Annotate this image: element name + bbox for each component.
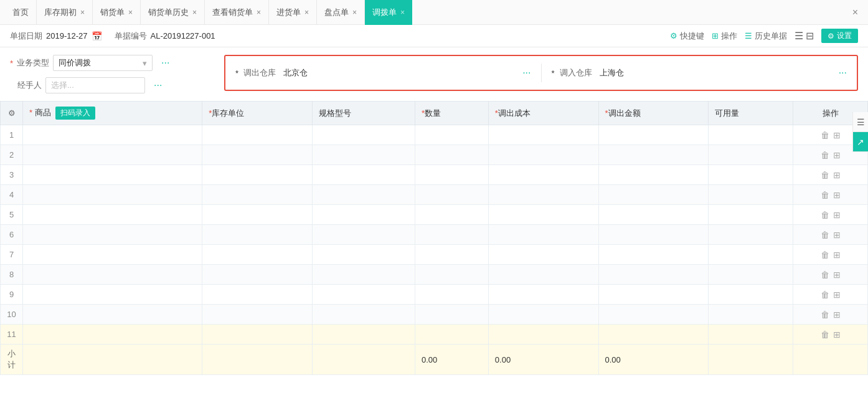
operator-select[interactable]: 选择...	[45, 77, 145, 93]
row-transfer-amount-10[interactable]	[598, 305, 709, 325]
delete-icon-5[interactable]: 🗑	[821, 210, 829, 220]
row-product-8[interactable]	[23, 265, 202, 285]
row-transfer-amount-3[interactable]	[598, 165, 709, 185]
row-spec-9[interactable]	[312, 285, 415, 305]
row-product-9[interactable]	[23, 285, 202, 305]
layout-icon-1[interactable]: ☰	[795, 30, 803, 42]
row-spec-5[interactable]	[312, 205, 415, 225]
row-quantity-9[interactable]	[415, 285, 489, 305]
shortcut-btn[interactable]: ⚙ 快捷键	[670, 31, 704, 42]
layout-icon-2[interactable]: ⊟	[806, 30, 814, 42]
row-transfer-cost-4[interactable]	[488, 185, 598, 205]
row-product-2[interactable]	[23, 145, 202, 165]
row-unit-6[interactable]	[202, 225, 313, 245]
delete-icon-8[interactable]: 🗑	[821, 270, 829, 280]
row-transfer-cost-7[interactable]	[488, 245, 598, 265]
window-close-button[interactable]: ×	[847, 7, 863, 18]
tab-inventory-init[interactable]: 库存期初 ×	[37, 0, 93, 25]
row-transfer-amount-4[interactable]	[598, 185, 709, 205]
business-type-select[interactable]: 同价调拨 ▾	[53, 55, 153, 71]
tab-purchase-order[interactable]: 进货单 ×	[269, 0, 317, 25]
operator-more-btn[interactable]: ···	[154, 80, 162, 91]
delete-icon-11[interactable]: 🗑	[821, 330, 829, 340]
delete-icon-10[interactable]: 🗑	[821, 310, 829, 320]
row-unit-2[interactable]	[202, 145, 313, 165]
sidebar-list-icon-btn[interactable]: ☰	[853, 112, 868, 132]
warehouse-in-more-btn[interactable]: ···	[839, 67, 847, 79]
tab-sales-order-close[interactable]: ×	[128, 8, 133, 17]
setting-button[interactable]: ⚙ 设置	[821, 29, 858, 43]
row-product-10[interactable]	[23, 305, 202, 325]
row-transfer-amount-8[interactable]	[598, 265, 709, 285]
tab-transfer-order-close[interactable]: ×	[400, 8, 405, 17]
row-unit-11[interactable]	[202, 325, 313, 345]
row-spec-3[interactable]	[312, 165, 415, 185]
row-product-4[interactable]	[23, 185, 202, 205]
copy-icon-11[interactable]: ⊞	[833, 330, 841, 340]
row-transfer-amount-9[interactable]	[598, 285, 709, 305]
row-unit-10[interactable]	[202, 305, 313, 325]
row-transfer-amount-11[interactable]	[598, 325, 709, 345]
row-transfer-cost-11[interactable]	[488, 325, 598, 345]
row-transfer-cost-5[interactable]	[488, 205, 598, 225]
row-unit-5[interactable]	[202, 205, 313, 225]
tab-view-sales[interactable]: 查看销货单 ×	[205, 0, 269, 25]
row-product-3[interactable]	[23, 165, 202, 185]
tab-home[interactable]: 首页	[5, 0, 37, 25]
tab-inventory-init-close[interactable]: ×	[80, 8, 85, 17]
copy-icon-6[interactable]: ⊞	[833, 230, 841, 240]
tab-inventory-count[interactable]: 盘点单 ×	[317, 0, 365, 25]
row-transfer-amount-7[interactable]	[598, 245, 709, 265]
copy-icon-7[interactable]: ⊞	[833, 250, 841, 260]
row-transfer-cost-10[interactable]	[488, 305, 598, 325]
sidebar-expand-icon-btn[interactable]: ↗	[853, 132, 868, 152]
business-type-more-btn[interactable]: ···	[161, 57, 169, 69]
row-spec-11[interactable]	[312, 325, 415, 345]
row-unit-1[interactable]	[202, 125, 313, 145]
copy-icon-3[interactable]: ⊞	[833, 170, 841, 180]
row-quantity-3[interactable]	[415, 165, 489, 185]
row-product-11[interactable]	[23, 325, 202, 345]
operation-btn[interactable]: ⊞ 操作	[712, 31, 737, 42]
row-unit-8[interactable]	[202, 265, 313, 285]
row-quantity-11[interactable]	[415, 325, 489, 345]
calendar-icon[interactable]: 📅	[92, 31, 102, 41]
history-btn[interactable]: ☰ 历史单据	[745, 31, 787, 42]
row-transfer-amount-6[interactable]	[598, 225, 709, 245]
copy-icon-2[interactable]: ⊞	[833, 150, 841, 160]
row-product-1[interactable]	[23, 125, 202, 145]
row-transfer-cost-8[interactable]	[488, 265, 598, 285]
delete-icon-7[interactable]: 🗑	[821, 250, 829, 260]
row-quantity-4[interactable]	[415, 185, 489, 205]
tab-view-sales-close[interactable]: ×	[257, 8, 261, 17]
row-product-5[interactable]	[23, 205, 202, 225]
row-unit-9[interactable]	[202, 285, 313, 305]
row-transfer-cost-2[interactable]	[488, 145, 598, 165]
row-quantity-1[interactable]	[415, 125, 489, 145]
row-product-6[interactable]	[23, 225, 202, 245]
delete-icon-4[interactable]: 🗑	[821, 190, 829, 200]
row-spec-1[interactable]	[312, 125, 415, 145]
tab-transfer-order[interactable]: 调拨单 ×	[365, 0, 412, 25]
delete-icon-6[interactable]: 🗑	[821, 230, 829, 240]
copy-icon-5[interactable]: ⊞	[833, 210, 841, 220]
row-transfer-cost-6[interactable]	[488, 225, 598, 245]
row-unit-7[interactable]	[202, 245, 313, 265]
row-quantity-2[interactable]	[415, 145, 489, 165]
row-transfer-amount-2[interactable]	[598, 145, 709, 165]
row-spec-7[interactable]	[312, 245, 415, 265]
row-spec-10[interactable]	[312, 305, 415, 325]
row-spec-8[interactable]	[312, 265, 415, 285]
delete-icon-2[interactable]: 🗑	[821, 150, 829, 160]
copy-icon-1[interactable]: ⊞	[833, 130, 841, 140]
row-quantity-8[interactable]	[415, 265, 489, 285]
row-unit-4[interactable]	[202, 185, 313, 205]
row-quantity-10[interactable]	[415, 305, 489, 325]
row-transfer-cost-1[interactable]	[488, 125, 598, 145]
row-product-7[interactable]	[23, 245, 202, 265]
copy-icon-8[interactable]: ⊞	[833, 270, 841, 280]
copy-icon-9[interactable]: ⊞	[833, 290, 841, 300]
row-quantity-5[interactable]	[415, 205, 489, 225]
row-transfer-amount-5[interactable]	[598, 205, 709, 225]
warehouse-out-more-btn[interactable]: ···	[522, 67, 531, 79]
